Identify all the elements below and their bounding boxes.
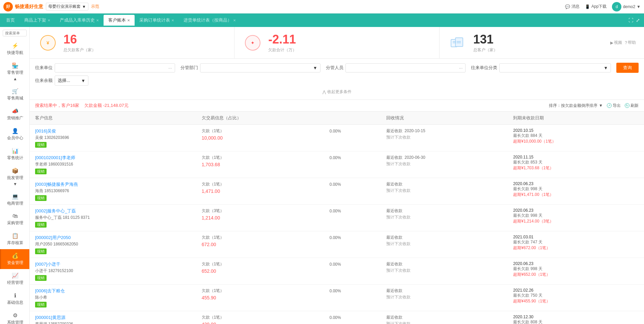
debt-amount-3[interactable]: 1,214.00 — [202, 215, 319, 220]
user-name: demo2 — [623, 4, 635, 9]
app-download-button[interactable]: 📱 App下载 — [585, 4, 607, 9]
customer-name-5[interactable]: [0007]小迸干 — [35, 261, 191, 267]
debt-ratio-1: 0.00% — [330, 155, 375, 160]
sidebar-item-marketing[interactable]: 📣 营销推广 — [0, 105, 29, 124]
filter-select-dept[interactable]: ▼ — [200, 63, 320, 72]
due-date-0: 2020.10.15 — [513, 128, 639, 133]
tab-customer-ledger[interactable]: 客户账本 ✕ — [104, 15, 135, 26]
ecommerce-icon: 💻 — [12, 193, 19, 200]
cell-customer-info-7: [000001]黄思源 黄思源 13552700226 现销 — [30, 311, 196, 324]
export-button[interactable]: ↗ 导出 — [607, 103, 621, 109]
sidebar-item-operations[interactable]: 📈 经营管理 — [0, 269, 29, 289]
sidebar-item-member-center[interactable]: 👤 会员中心 — [0, 124, 29, 144]
filter-group-category: 往来单位分类 ▼ — [471, 63, 611, 72]
customer-name-3[interactable]: [0002]服务中心_丁磊 — [35, 208, 191, 214]
customer-tag-6: 现销 — [35, 302, 47, 307]
customer-name-4[interactable]: [000002]用户2050 — [35, 235, 191, 241]
cell-debt-ratio-0: 0.00% — [324, 125, 381, 151]
next-collect-7: 预计下次收款 — [386, 321, 503, 324]
refresh-button[interactable]: ↻ 刷新 — [625, 103, 639, 109]
close-icon[interactable]: ✕ — [48, 19, 50, 22]
next-collect-6: 预计下次收款 — [386, 294, 503, 300]
collapse-button[interactable]: ⋀ 收起更多条件 — [35, 88, 639, 95]
sidebar-search-input[interactable] — [3, 30, 27, 36]
store-selector[interactable]: 母婴行业演示账套 ▼ — [46, 3, 88, 10]
customer-name-7[interactable]: [000001]黄思源 — [35, 315, 191, 321]
sidebar-item-quick-nav[interactable]: ⚡ 快捷导航 — [0, 39, 29, 59]
tab-product-listing[interactable]: 商品上下架 ✕ — [20, 15, 55, 26]
user-menu[interactable]: d demo2 ▼ — [612, 2, 641, 11]
retail-management-icon: 🏪 — [12, 62, 19, 69]
customer-name-0[interactable]: [0016]吴俊 — [35, 128, 191, 134]
sidebar-item-system-management[interactable]: ⚙ 系统管理 — [0, 309, 29, 324]
overdue-amount-5[interactable]: 超期¥652.00（1笔） — [513, 272, 639, 277]
table-row: [0001020001]李老师 李老师 18600391516 现销 欠款（1笔… — [30, 151, 644, 178]
tab-expand-icon[interactable]: ⛶ — [628, 18, 633, 23]
overdue-amount-6[interactable]: 超期¥455.90（1笔） — [513, 298, 639, 304]
sort-selector[interactable]: 排序：按欠款金额倒序排序 ▼ — [549, 103, 603, 109]
sidebar-item-inventory[interactable]: 📋 库存核算 — [0, 229, 29, 249]
video-button[interactable]: ▶ 视频 — [610, 40, 622, 46]
sidebar-item-retail-mall[interactable]: 🛒 零售商城 — [0, 85, 29, 105]
customer-name-6[interactable]: [0006]去下粮仓 — [35, 288, 191, 294]
tab-purchase-stats-by-product[interactable]: 进货单统计表（按商品） ✕ — [179, 15, 241, 26]
customer-name-1[interactable]: [0001020001]李老师 — [35, 155, 191, 161]
overdue-amount-2[interactable]: 超期¥1,471.00（1笔） — [513, 192, 639, 198]
debt-total-number: -2.11 — [268, 32, 431, 47]
sidebar-item-basic-info[interactable]: ℹ 基础信息 — [0, 289, 29, 309]
debt-count-0: 欠款（1笔） — [202, 128, 319, 134]
tab-production-history[interactable]: 产成品入库单历史 ✕ — [55, 15, 104, 26]
overdue-amount-3[interactable]: 超期¥1,214.00（3笔） — [513, 218, 639, 224]
filter-input-unit[interactable]: ··· — [55, 63, 175, 72]
sidebar-item-ecommerce[interactable]: 💻 电商管理 — [0, 190, 29, 210]
overdue-amount-1[interactable]: 超期¥1,703.68（1笔） — [513, 165, 639, 171]
customers-table: 客户信息 欠交易信息（占比） 回收情况 到期未收款日期 [0016]吴俊 吴俊 … — [30, 112, 644, 324]
cell-due-date-5: 2020.06.23 最长欠款 998 天 超期¥652.00（1笔） — [508, 258, 644, 285]
close-icon[interactable]: ✕ — [127, 19, 130, 22]
filter-area: 往来单位 ··· 分管部门 ▼ 分管人员 — [30, 59, 644, 100]
col-customer-info: 客户信息 — [30, 112, 196, 125]
debt-total-info: -2.11 欠款合计（万） — [268, 32, 431, 53]
cell-customer-info-4: [000002]用户2050 用户2050 18665062050 现销 — [30, 231, 196, 258]
overdue-days-4: 最长欠款 747 天 — [513, 239, 639, 245]
recent-label-3: 最近收款 — [386, 208, 503, 214]
debt-amount-1[interactable]: 1,703.68 — [202, 162, 319, 167]
tab-home-label: 首页 — [6, 17, 15, 23]
sidebar-item-retail-stats[interactable]: 📊 零售统计 — [0, 144, 29, 164]
sidebar-item-wholesale-management[interactable]: 📦 批发管理 ▼ — [0, 164, 29, 190]
debt-amount-7[interactable]: 429.00 — [202, 322, 319, 324]
message-icon: 💬 — [565, 4, 570, 9]
close-icon[interactable]: ✕ — [96, 19, 99, 22]
sidebar-item-purchase-management[interactable]: 🛍 采购管理 — [0, 210, 29, 229]
sidebar-item-finance[interactable]: 💰 资金管理 — [0, 249, 29, 269]
overdue-amount-0[interactable]: 超期¥10,000.00（1笔） — [513, 139, 639, 144]
debt-amount-5[interactable]: 652.00 — [202, 268, 319, 274]
retail-stats-icon: 📊 — [12, 148, 19, 154]
customer-name-2[interactable]: [0003]畅捷服务尹海燕 — [35, 181, 191, 187]
filter-group-unit: 往来单位 ··· — [35, 63, 175, 72]
filter-input-person[interactable]: ··· — [345, 63, 466, 72]
filter-select-category[interactable]: ▼ — [499, 63, 611, 72]
sidebar-item-retail-management[interactable]: 🏪 零售管理 ▲ — [0, 59, 29, 85]
cell-customer-info-6: [0006]去下粮仓 陈小希 现销 — [30, 285, 196, 311]
cell-due-date-1: 2020.11.15 最长欠款 853 天 超期¥1,703.68（1笔） — [508, 151, 644, 178]
overdue-amount-4[interactable]: 超期¥672.00（1笔） — [513, 245, 639, 251]
svg-text:✦: ✦ — [251, 40, 255, 46]
debt-amount-0[interactable]: 10,000.00 — [202, 135, 319, 141]
tab-purchase-order-stats[interactable]: 采购订单统计表 ✕ — [135, 15, 179, 26]
close-icon[interactable]: ✕ — [171, 19, 174, 22]
debt-amount-4[interactable]: 672.00 — [202, 242, 319, 247]
close-icon[interactable]: ✕ — [233, 19, 236, 22]
tab-home[interactable]: 首页 — [1, 15, 20, 26]
tab-fullscreen-icon[interactable]: ⤢ — [636, 18, 640, 23]
debt-amount-2[interactable]: 1,471.00 — [202, 188, 319, 194]
nav-label[interactable]: 示范 — [91, 4, 99, 9]
debt-amount-6[interactable]: 455.90 — [202, 295, 319, 300]
debt-customers-info: 16 总欠款客户（家） — [63, 32, 226, 53]
customer-tag-5: 现销 — [35, 275, 47, 281]
query-button[interactable]: 查询 — [616, 63, 639, 73]
export-label: 导出 — [613, 103, 621, 109]
filter-select-balance[interactable]: 选择... ▼ — [55, 76, 88, 86]
help-button[interactable]: ? 帮助 — [625, 40, 636, 46]
message-button[interactable]: 💬 消息 — [565, 4, 580, 9]
